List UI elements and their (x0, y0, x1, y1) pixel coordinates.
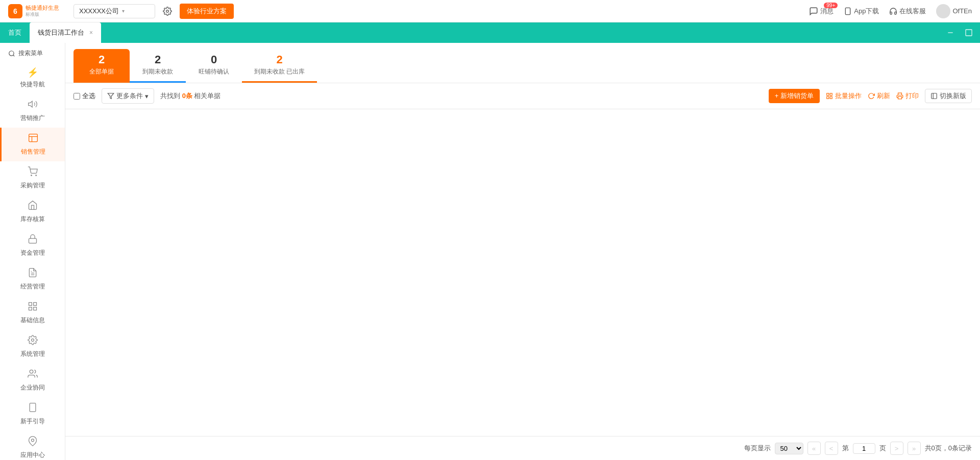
sidebar-item-label: 采购管理 (20, 181, 45, 190)
maximize-button[interactable] (962, 26, 976, 40)
sidebar-item-system[interactable]: 系统管理 (0, 330, 65, 364)
sidebar-item-label: 应用中心 (20, 451, 45, 459)
stat-tab-overdue[interactable]: 2 到期未收款 (130, 49, 186, 83)
sidebar-item-label: 营销推广 (20, 114, 45, 123)
finance-icon (28, 234, 38, 247)
tab-qhrq[interactable]: 钱货日清工作台 × (30, 22, 101, 43)
select-all-input[interactable] (74, 93, 80, 100)
tab-close-icon[interactable]: × (89, 29, 93, 36)
user-avatar-area[interactable]: OfTEn (936, 4, 972, 18)
sidebar-item-marketing[interactable]: 营销推广 (0, 94, 65, 128)
switch-label: 切换新版 (940, 91, 966, 101)
prev-page-button[interactable]: < (825, 442, 838, 455)
sidebar-item-purchase[interactable]: 采购管理 (0, 161, 65, 195)
online-service-button[interactable]: 在线客服 (889, 7, 926, 16)
stat-tab-all[interactable]: 2 全部单据 (74, 49, 130, 83)
stat-all-number: 2 (99, 53, 105, 66)
sidebar-item-newbie[interactable]: 新手引导 (0, 397, 65, 431)
refresh-button[interactable]: 刷新 (868, 91, 890, 101)
minimize-button[interactable] (943, 26, 958, 40)
sidebar-item-label: 企业协同 (20, 383, 45, 392)
next-page-button[interactable]: > (890, 442, 903, 455)
print-label: 打印 (905, 91, 919, 101)
per-page-select[interactable]: 20 50 100 (775, 443, 803, 454)
search-menu-label: 搜索菜单 (18, 49, 43, 58)
nav-tabs: 首页 钱货日清工作台 × (0, 22, 980, 43)
stat-tab-shipped[interactable]: 2 到期未收款 已出库 (242, 49, 317, 83)
svg-rect-29 (830, 96, 832, 99)
inventory-icon (28, 200, 38, 213)
stat-pending-number: 0 (211, 53, 217, 66)
switch-version-button[interactable]: 切换新版 (925, 89, 972, 103)
page-number-input[interactable] (853, 443, 875, 454)
last-page-button[interactable]: » (908, 442, 921, 455)
prev-page-icon: < (829, 445, 834, 452)
svg-marker-7 (28, 101, 32, 107)
svg-point-12 (35, 175, 36, 176)
svg-point-20 (31, 339, 34, 342)
svg-rect-1 (846, 8, 850, 14)
first-page-button[interactable]: « (807, 442, 821, 455)
sidebar-item-finance[interactable]: 资金管理 (0, 229, 65, 262)
company-selector[interactable]: XXXXXX公司 ▾ (74, 4, 155, 18)
page-label: 第 (842, 444, 849, 453)
svg-rect-30 (827, 96, 829, 99)
user-name: OfTEn (952, 7, 972, 15)
sidebar-item-basic-info[interactable]: 基础信息 (0, 296, 65, 330)
chevron-down-icon: ▾ (122, 8, 125, 14)
tab-qhrq-label: 钱货日清工作台 (38, 28, 84, 37)
svg-point-11 (31, 175, 32, 176)
add-sale-button[interactable]: + 新增销货单 (769, 89, 820, 103)
svg-rect-17 (33, 303, 36, 306)
print-button[interactable]: 打印 (896, 91, 919, 101)
logo-badge: 标准版 (26, 11, 59, 18)
operations-icon (28, 268, 38, 280)
sidebar-item-label: 经营管理 (20, 282, 45, 291)
svg-rect-22 (30, 403, 36, 412)
svg-point-21 (30, 370, 33, 374)
experience-button[interactable]: 体验行业方案 (180, 4, 234, 19)
svg-point-0 (166, 10, 169, 12)
basic-info-icon (28, 301, 38, 314)
stats-tabs: 2 全部单据 2 到期未收款 0 旺铺待确认 2 到期未收款 已出库 (65, 43, 980, 83)
found-text: 共找到 0条 相关单据 (160, 91, 220, 101)
logo-text: 畅捷通好生意 (26, 4, 59, 11)
top-bar: 6 畅捷通好生意 标准版 XXXXXX公司 ▾ 体验行业方案 消息 99+ Ap… (0, 0, 980, 22)
filter-button[interactable]: 更多条件 ▾ (102, 88, 154, 104)
svg-rect-8 (29, 134, 38, 142)
per-page-label: 每页显示 (744, 444, 771, 453)
stat-all-label: 全部单据 (89, 67, 114, 76)
svg-rect-27 (827, 93, 829, 95)
stat-shipped-label: 到期未收款 已出库 (254, 67, 305, 76)
tab-home[interactable]: 首页 (0, 22, 30, 43)
batch-label: 批量操作 (835, 91, 862, 101)
sidebar-item-enterprise[interactable]: 企业协同 (0, 364, 65, 397)
app-download-button[interactable]: App下载 (844, 7, 879, 16)
logo-text-block: 畅捷通好生意 标准版 (26, 4, 59, 18)
stat-shipped-number: 2 (277, 53, 283, 66)
stat-pending-label: 旺铺待确认 (199, 67, 229, 76)
app-download-label: App下载 (854, 7, 879, 16)
stat-overdue-label: 到期未收款 (142, 67, 173, 76)
tab-home-label: 首页 (8, 28, 21, 37)
svg-rect-31 (898, 96, 902, 99)
table-area (65, 109, 980, 436)
content-area: 2 全部单据 2 到期未收款 0 旺铺待确认 2 到期未收款 已出库 (65, 43, 980, 460)
sidebar-item-app-center[interactable]: 应用中心 (0, 431, 65, 460)
sidebar-item-quick-nav[interactable]: ⚡ 快捷导航 (0, 62, 65, 94)
batch-operation-button[interactable]: 批量操作 (826, 91, 862, 101)
search-menu-item[interactable]: 搜索菜单 (0, 45, 65, 62)
top-right: 消息 99+ App下载 在线客服 OfTEn (809, 4, 972, 18)
sidebar-item-sales[interactable]: 销售管理 (0, 128, 65, 161)
select-all-checkbox[interactable]: 全选 (74, 91, 95, 101)
main-layout: 搜索菜单 ⚡ 快捷导航 营销推广 销售管理 采购管理 (0, 43, 980, 460)
svg-rect-16 (29, 303, 32, 306)
sidebar-item-inventory[interactable]: 库存核算 (0, 195, 65, 229)
sidebar-item-operations[interactable]: 经营管理 (0, 262, 65, 296)
message-button[interactable]: 消息 99+ (809, 7, 834, 16)
enterprise-icon (28, 369, 38, 381)
stat-overdue-number: 2 (155, 53, 161, 66)
settings-button[interactable] (160, 4, 175, 18)
stat-tab-pending[interactable]: 0 旺铺待确认 (186, 49, 242, 83)
next-page-icon: > (895, 445, 899, 452)
